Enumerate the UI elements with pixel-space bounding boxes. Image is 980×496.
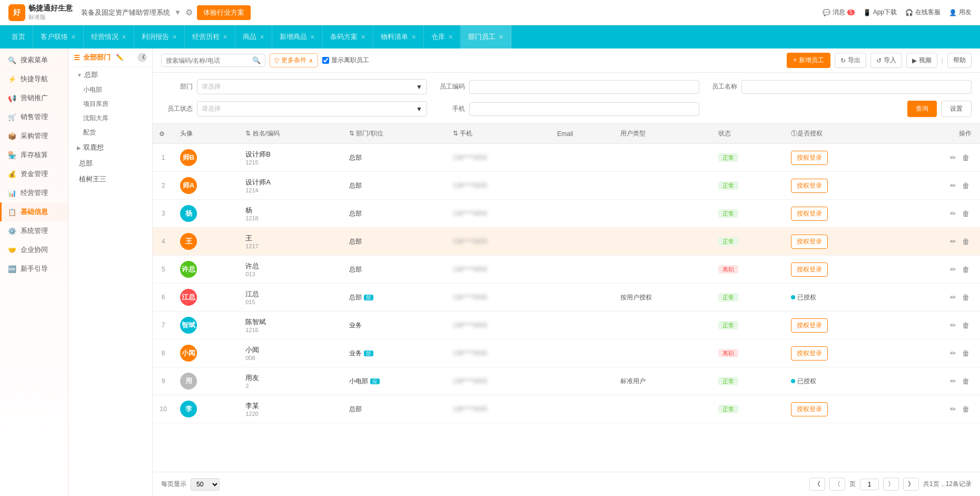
dropdown-icon[interactable]: ▼ [174, 8, 181, 16]
tree-node-zongbu[interactable]: 总部 [68, 155, 152, 171]
th-settings[interactable]: ⚙ [153, 124, 174, 144]
edit-btn[interactable]: ✏ [948, 152, 958, 163]
edit-btn[interactable]: ✏ [948, 264, 958, 275]
edit-btn[interactable]: ✏ [948, 180, 958, 191]
close-icon[interactable]: ✕ [172, 34, 177, 41]
tab-home[interactable]: 首页 [4, 25, 33, 48]
tab-customer[interactable]: 客户联络✕ [33, 25, 84, 48]
nav-search-menu[interactable]: 🔍 搜索菜单 [0, 51, 68, 70]
nav-operation[interactable]: 📊 经营管理 [0, 183, 68, 202]
import-btn[interactable]: ↺ 导入 [870, 53, 902, 68]
nav-quick-nav[interactable]: ⚡ 快捷导航 [0, 70, 68, 89]
nav-inventory[interactable]: 🏪 库存核算 [0, 145, 68, 164]
auth-btn[interactable]: 授权登录 [791, 235, 828, 249]
close-icon[interactable]: ✕ [260, 34, 264, 41]
auth-btn[interactable]: 授权登录 [791, 207, 828, 221]
auth-btn[interactable]: 授权登录 [791, 346, 828, 361]
online-service-btn[interactable]: 🎧 在线客服 [905, 8, 941, 17]
app-download-btn[interactable]: 📱 App下载 [863, 8, 897, 17]
delete-btn[interactable]: 🗑 [960, 236, 972, 247]
tree-child-xiaodian[interactable]: 小电部 [68, 83, 152, 97]
auth-btn[interactable]: 授权登录 [791, 318, 828, 333]
nav-marketing[interactable]: 📢 营销推广 [0, 89, 68, 108]
edit-btn[interactable]: ✏ [948, 404, 958, 414]
experience-btn[interactable]: 体验行业方案 [197, 5, 251, 20]
collapse-btn[interactable]: 《 [137, 53, 147, 62]
close-icon[interactable]: ✕ [411, 34, 416, 41]
search-input[interactable] [166, 57, 250, 64]
nav-collab[interactable]: 🤝 企业协同 [0, 240, 68, 259]
last-page-btn[interactable]: 》 [903, 478, 919, 491]
search-box[interactable]: 🔍 [161, 54, 265, 67]
emp-status-select[interactable]: 请选择 ▼ [197, 101, 427, 116]
nav-basic[interactable]: 📋 基础信息 [0, 202, 68, 221]
tree-child-shenyang[interactable]: 沈阳大库 [68, 111, 152, 125]
edit-btn[interactable]: ✏ [948, 376, 958, 386]
next-page-btn[interactable]: 〉 [883, 478, 899, 491]
tab-bom[interactable]: 物料清单✕ [373, 25, 424, 48]
page-input[interactable] [860, 479, 879, 490]
phone-input[interactable] [469, 102, 699, 116]
dept-select[interactable]: 请选择 ▼ [197, 79, 427, 94]
emp-name-input[interactable] [741, 80, 972, 94]
th-name[interactable]: ⇅ 姓名/编码 [239, 124, 343, 144]
reset-btn[interactable]: 设置 [941, 101, 972, 117]
close-icon[interactable]: ✕ [448, 34, 453, 41]
edit-btn[interactable]: ✏ [948, 236, 958, 247]
search-btn[interactable]: 查询 [907, 101, 937, 117]
gear-icon[interactable]: ⚙ [185, 7, 193, 17]
tab-bizhistory[interactable]: 经营历程✕ [185, 25, 235, 48]
help-btn[interactable]: 帮助 [947, 53, 972, 68]
tree-node-general[interactable]: ▼ 总部 [68, 67, 152, 83]
tree-node-zhishu[interactable]: 植树王三 [68, 171, 152, 187]
resigned-checkbox-input[interactable] [322, 57, 329, 64]
delete-btn[interactable]: 🗑 [960, 152, 972, 163]
search-icon[interactable]: 🔍 [252, 56, 261, 64]
tree-child-project[interactable]: 项目库房 [68, 97, 152, 111]
th-phone[interactable]: ⇅ 手机 [447, 124, 551, 144]
prev-page-btn[interactable]: 〈 [829, 478, 845, 491]
edit-btn[interactable]: ✏ [948, 348, 958, 358]
more-conditions-btn[interactable]: ▽ 更多条件 ∧ [270, 53, 318, 67]
tab-operation[interactable]: 经营情况✕ [84, 25, 134, 48]
emp-code-input[interactable] [469, 80, 699, 94]
nav-guide[interactable]: 🆕 新手引导 [0, 259, 68, 278]
page-size-select[interactable]: 50 20 100 [191, 478, 220, 491]
close-icon[interactable]: ✕ [71, 34, 76, 41]
tab-profit[interactable]: 利润报告✕ [134, 25, 185, 48]
close-icon[interactable]: ✕ [122, 34, 126, 41]
tab-goods[interactable]: 商品✕ [235, 25, 272, 48]
tab-dept-employee[interactable]: 部门员工✕ [461, 25, 511, 48]
auth-btn[interactable]: 授权登录 [791, 179, 828, 193]
auth-btn[interactable]: 授权登录 [791, 151, 828, 165]
nav-sales[interactable]: 🛒 销售管理 [0, 108, 68, 127]
nav-system[interactable]: ⚙️ 系统管理 [0, 221, 68, 240]
edit-btn[interactable]: ✏ [948, 208, 958, 219]
th-dept[interactable]: ⇅ 部门/职位 [343, 124, 447, 144]
edit-btn[interactable]: ✏ [948, 320, 958, 330]
tab-warehouse[interactable]: 仓库✕ [424, 25, 461, 48]
auth-btn[interactable]: 授权登录 [791, 402, 828, 416]
tree-child-distribution[interactable]: 配货 [68, 125, 152, 140]
delete-btn[interactable]: 🗑 [960, 404, 972, 414]
delete-btn[interactable]: 🗑 [960, 264, 972, 275]
close-icon[interactable]: ✕ [499, 34, 503, 41]
delete-btn[interactable]: 🗑 [960, 292, 972, 303]
tab-new-goods[interactable]: 新增商品✕ [272, 25, 323, 48]
close-icon[interactable]: ✕ [310, 34, 315, 41]
show-resigned-checkbox[interactable]: 显示离职员工 [322, 56, 369, 65]
nav-finance[interactable]: 💰 资金管理 [0, 164, 68, 183]
add-employee-btn[interactable]: + 新增员工 [787, 53, 830, 68]
view-btn[interactable]: ▶ 视频 [906, 53, 937, 68]
dept-edit-icon[interactable]: ✏️ [116, 54, 124, 61]
delete-btn[interactable]: 🗑 [960, 348, 972, 358]
close-icon[interactable]: ✕ [223, 34, 227, 41]
edit-btn[interactable]: ✏ [948, 292, 958, 303]
nav-purchase[interactable]: 📦 采购管理 [0, 127, 68, 145]
export-btn[interactable]: ↻ 导出 [835, 53, 866, 68]
user-btn[interactable]: 👤 用友 [949, 8, 972, 17]
auth-btn[interactable]: 授权登录 [791, 262, 828, 277]
delete-btn[interactable]: 🗑 [960, 376, 972, 386]
delete-btn[interactable]: 🗑 [960, 320, 972, 330]
delete-btn[interactable]: 🗑 [960, 208, 972, 219]
